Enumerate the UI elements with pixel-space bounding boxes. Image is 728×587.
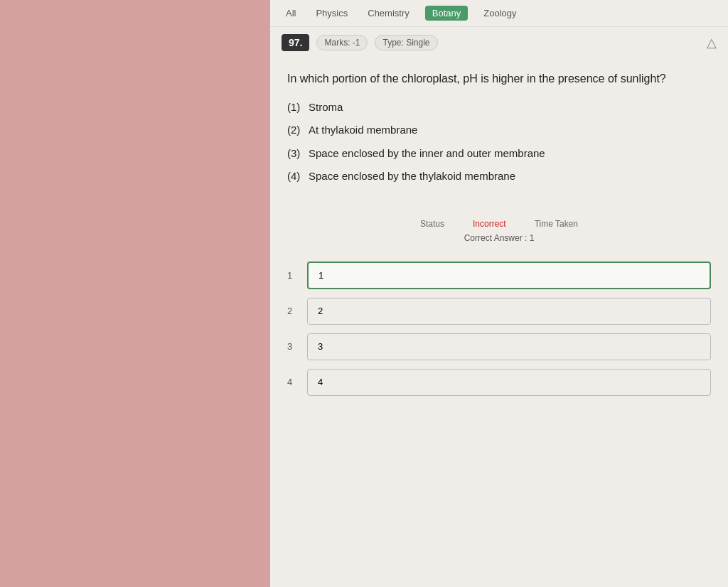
answer-num-4: 4 — [287, 377, 304, 387]
option-1-text: Stroma — [309, 99, 711, 116]
option-2-text: At thylakoid membrane — [309, 122, 711, 139]
answer-box-3-label: 3 — [318, 341, 323, 352]
nav-physics[interactable]: Physics — [311, 6, 352, 21]
status-row: Status Incorrect Time Taken — [287, 219, 711, 229]
answer-box-1[interactable]: 1 — [307, 262, 711, 289]
option-3[interactable]: (3) Space enclosed by the inner and oute… — [287, 146, 711, 162]
answer-box-1-label: 1 — [318, 270, 323, 281]
answer-row-1[interactable]: 1 1 — [287, 262, 711, 289]
answer-row-2[interactable]: 2 2 — [287, 298, 711, 325]
option-2-num: (2) — [287, 122, 309, 139]
left-panel — [0, 0, 270, 587]
answer-box-4[interactable]: 4 — [307, 369, 711, 396]
option-3-text: Space enclosed by the inner and outer me… — [309, 146, 711, 162]
question-body: In which portion of the chloroplast, pH … — [270, 58, 728, 203]
option-3-num: (3) — [287, 146, 309, 162]
alert-icon: △ — [707, 35, 717, 50]
option-1-num: (1) — [287, 99, 309, 116]
time-label: Time Taken — [535, 219, 578, 229]
option-4-text: Space enclosed by the thylakoid membrane — [309, 168, 711, 185]
nav-chemistry[interactable]: Chemistry — [363, 6, 414, 21]
status-section: Status Incorrect Time Taken Correct Answ… — [270, 210, 728, 262]
option-2[interactable]: (2) At thylakoid membrane — [287, 122, 711, 139]
nav-all[interactable]: All — [282, 6, 300, 21]
correct-answer-label: Correct Answer : 1 — [464, 233, 535, 243]
question-number: 97. — [282, 34, 309, 51]
status-label: Status — [420, 219, 444, 229]
answer-num-1: 1 — [287, 270, 304, 281]
answer-row-3[interactable]: 3 3 — [287, 333, 711, 360]
nav-botany[interactable]: Botany — [425, 6, 468, 21]
option-4-num: (4) — [287, 168, 309, 185]
options-list: (1) Stroma (2) At thylakoid membrane (3)… — [287, 99, 711, 185]
answer-num-2: 2 — [287, 306, 304, 316]
option-1[interactable]: (1) Stroma — [287, 99, 711, 116]
nav-bar: All Physics Chemistry Botany Zoology — [270, 0, 728, 27]
result-label: Incorrect — [473, 219, 506, 229]
main-content: All Physics Chemistry Botany Zoology 97.… — [270, 0, 728, 587]
option-4[interactable]: (4) Space enclosed by the thylakoid memb… — [287, 168, 711, 185]
correct-answer-row: Correct Answer : 1 — [287, 233, 711, 243]
marks-badge: Marks: -1 — [316, 35, 368, 50]
question-text: In which portion of the chloroplast, pH … — [287, 70, 711, 88]
answer-row-4[interactable]: 4 4 — [287, 369, 711, 396]
nav-zoology[interactable]: Zoology — [479, 6, 520, 21]
type-badge: Type: Single — [375, 35, 437, 50]
answer-box-4-label: 4 — [318, 377, 323, 387]
answer-num-3: 3 — [287, 341, 304, 352]
answer-box-2[interactable]: 2 — [307, 298, 711, 325]
answer-box-2-label: 2 — [318, 306, 323, 316]
answer-options: 1 1 2 2 3 3 4 4 — [270, 262, 728, 396]
answer-box-3[interactable]: 3 — [307, 333, 711, 360]
question-header: 97. Marks: -1 Type: Single △ — [270, 27, 728, 58]
